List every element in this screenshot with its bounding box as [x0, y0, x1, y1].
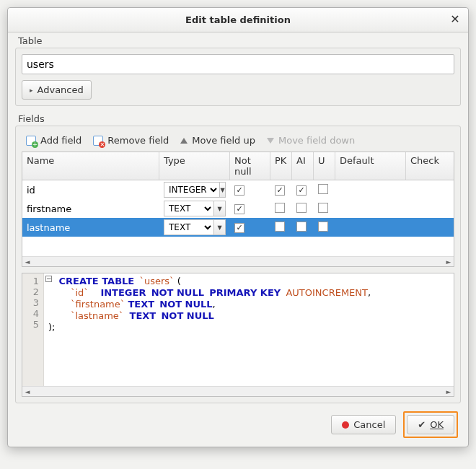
- col-notnull[interactable]: Not null: [230, 152, 270, 180]
- fields-toolbar: Add field Remove field Move field up Mov…: [22, 132, 454, 152]
- sql-gutter: 12345: [22, 273, 44, 386]
- field-name[interactable]: lastname: [22, 222, 159, 233]
- dialog-title: Edit table definition: [185, 14, 291, 25]
- type-select[interactable]: TEXT: [164, 219, 214, 235]
- table-group: ▸ Advanced: [15, 48, 461, 106]
- table-name-input[interactable]: [22, 54, 454, 74]
- arrow-up-icon: [180, 138, 188, 144]
- remove-icon: [93, 136, 103, 146]
- table-row[interactable]: firstnameTEXT▼✓: [22, 199, 454, 218]
- type-select[interactable]: TEXT: [164, 201, 214, 216]
- add-icon: [26, 136, 36, 146]
- chevron-right-icon: ▸: [30, 87, 33, 94]
- add-field-button[interactable]: Add field: [26, 135, 81, 146]
- ok-highlight: ✔ OK: [403, 411, 458, 438]
- col-default[interactable]: Default: [335, 152, 406, 180]
- type-select[interactable]: INTEGER: [164, 182, 220, 198]
- edit-table-dialog: Edit table definition ✕ Table ▸ Advanced…: [7, 7, 469, 447]
- col-name[interactable]: Name: [22, 152, 159, 180]
- section-label-table: Table: [8, 32, 468, 48]
- ok-icon: ✔: [418, 419, 426, 430]
- move-up-button[interactable]: Move field up: [180, 135, 255, 146]
- checkbox[interactable]: ✓: [234, 204, 244, 214]
- col-u[interactable]: U: [314, 152, 335, 180]
- grid-header: Name Type Not null PK AI U Default Check: [22, 152, 454, 180]
- col-ai[interactable]: AI: [292, 152, 314, 180]
- field-name[interactable]: firstname: [22, 203, 159, 214]
- field-type[interactable]: TEXT▼: [159, 219, 230, 235]
- table-row[interactable]: idINTEGER▼✓✓✓: [22, 180, 454, 199]
- close-icon[interactable]: ✕: [448, 13, 462, 27]
- fields-group: Add field Remove field Move field up Mov…: [15, 126, 461, 403]
- dropdown-icon[interactable]: ▼: [214, 201, 226, 216]
- titlebar: Edit table definition ✕: [8, 8, 468, 32]
- remove-field-button[interactable]: Remove field: [93, 135, 169, 146]
- dropdown-icon[interactable]: ▼: [214, 219, 226, 235]
- section-label-fields: Fields: [8, 110, 468, 126]
- field-name[interactable]: id: [22, 185, 159, 196]
- col-pk[interactable]: PK: [270, 152, 292, 180]
- checkbox[interactable]: ✓: [296, 185, 307, 196]
- checkbox[interactable]: [296, 203, 307, 213]
- arrow-down-icon: [267, 138, 274, 144]
- checkbox[interactable]: ✓: [234, 185, 244, 196]
- dropdown-icon[interactable]: ▼: [220, 182, 226, 198]
- field-type[interactable]: INTEGER▼: [159, 182, 230, 198]
- field-type[interactable]: TEXT▼: [159, 201, 230, 216]
- checkbox[interactable]: [318, 222, 328, 232]
- cancel-icon: [342, 421, 349, 429]
- advanced-button[interactable]: ▸ Advanced: [22, 80, 92, 100]
- checkbox[interactable]: [275, 222, 285, 232]
- col-check[interactable]: Check: [406, 152, 446, 180]
- ok-button[interactable]: ✔ OK: [407, 415, 454, 434]
- checkbox[interactable]: [318, 203, 328, 213]
- checkbox[interactable]: ✓: [275, 185, 285, 196]
- sql-code[interactable]: CREATE TABLE `users` ( `id` INTEGER NOT …: [44, 273, 454, 386]
- table-row[interactable]: lastnameTEXT▼✓: [22, 218, 454, 237]
- checkbox[interactable]: [318, 184, 328, 194]
- sql-preview: 12345 − CREATE TABLE `users` ( `id` INTE…: [22, 273, 454, 397]
- cancel-button[interactable]: Cancel: [331, 415, 396, 434]
- checkbox[interactable]: ✓: [234, 223, 244, 233]
- col-type[interactable]: Type: [159, 152, 230, 180]
- sql-scrollbar[interactable]: ◄►: [22, 386, 454, 396]
- checkbox[interactable]: [275, 203, 285, 213]
- grid-scrollbar[interactable]: ◄►: [22, 256, 454, 266]
- move-down-button: Move field down: [267, 135, 355, 146]
- fields-grid: Name Type Not null PK AI U Default Check…: [22, 152, 454, 267]
- advanced-label: Advanced: [38, 84, 84, 95]
- checkbox[interactable]: [296, 222, 307, 232]
- dialog-buttons: Cancel ✔ OK: [331, 411, 458, 438]
